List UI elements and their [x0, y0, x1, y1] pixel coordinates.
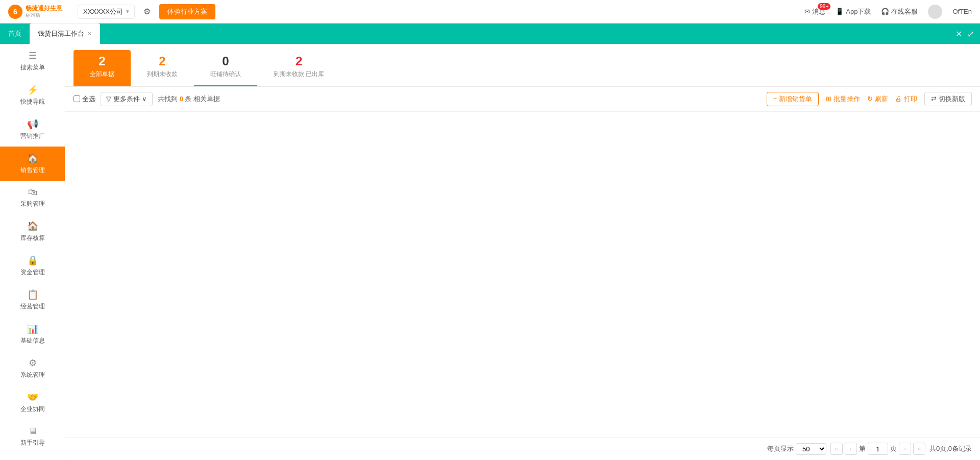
app-download-button[interactable]: 📱 App下载	[836, 7, 871, 16]
tab-cashflow-label: 钱货日清工作台	[38, 29, 84, 38]
tab-bar-actions: ✕ ⤢	[955, 29, 980, 39]
sidebar-item-marketing[interactable]: 📢 营销推广	[0, 112, 65, 147]
found-prefix: 共找到	[158, 95, 178, 103]
toolbar-right: + 新增销货单 ⊞ 批量操作 ↻ 刷新 🖨 打印 ⇄ 切换新版	[767, 92, 972, 106]
stat-card-all[interactable]: 2 全部单据	[74, 50, 131, 86]
last-page-button[interactable]: »	[913, 443, 925, 455]
tab-expand-icon[interactable]: ⤢	[967, 29, 974, 39]
stat-pending-number: 0	[222, 54, 229, 69]
stat-card-pending[interactable]: 0 旺铺待确认	[194, 50, 257, 86]
print-button[interactable]: 🖨 打印	[895, 94, 917, 104]
refresh-label: 刷新	[875, 94, 888, 104]
sidebar-quick-nav-label: 快捷导航	[20, 98, 45, 106]
logo-main-text: 畅捷通好生意	[26, 5, 62, 12]
related-label: 相关单据	[193, 95, 220, 103]
filter-icon: ▽	[106, 95, 111, 103]
stat-all-label: 全部单据	[90, 70, 114, 79]
sidebar-item-base-info[interactable]: 📊 基础信息	[0, 317, 65, 351]
switch-new-version-button[interactable]: ⇄ 切换新版	[924, 92, 972, 106]
select-all-checkbox[interactable]: 全选	[74, 94, 95, 104]
marketing-icon: 📢	[27, 118, 38, 130]
next-page-button[interactable]: ›	[899, 443, 911, 455]
select-all-input[interactable]	[74, 95, 80, 102]
sidebar-item-operations[interactable]: 📋 经营管理	[0, 283, 65, 317]
operations-icon: 📋	[27, 289, 38, 300]
inventory-icon: 🏠	[27, 221, 38, 232]
stat-card-overdue[interactable]: 2 到期未收款	[131, 50, 194, 86]
sidebar-base-info-label: 基础信息	[20, 336, 45, 345]
stat-pending-label: 旺铺待确认	[210, 70, 241, 79]
tab-close-window-icon[interactable]: ✕	[955, 29, 962, 39]
settings-icon[interactable]: ⚙	[139, 4, 155, 20]
sidebar-item-guide[interactable]: 🖥 新手引导	[0, 420, 65, 453]
sidebar-item-purchase[interactable]: 🛍 采购管理	[0, 181, 65, 214]
tab-cashflow[interactable]: 钱货日清工作台 ✕	[30, 23, 100, 44]
sidebar-item-quick-nav[interactable]: ⚡ 快捷导航	[0, 78, 65, 112]
logo-icon: 6	[8, 5, 22, 19]
per-page-select: 每页显示 50 100 200	[767, 443, 826, 455]
sidebar-item-search[interactable]: ☰ 搜索菜单	[0, 44, 65, 78]
sidebar: ☰ 搜索菜单 ⚡ 快捷导航 📢 营销推广 🏠 销售管理 🛍 采购管理 🏠 库存核…	[0, 44, 65, 460]
messages-button[interactable]: ✉ 消息 99+	[804, 7, 825, 16]
pagination-bar: 每页显示 50 100 200 « ‹ 第 页 › » 共0页,0条记录	[65, 437, 980, 460]
stats-row: 2 全部单据 2 到期未收款 0 旺铺待确认 2 到期未收款 已出库	[65, 44, 980, 87]
sidebar-item-enterprise[interactable]: 🤝 企业协同	[0, 385, 65, 420]
page-input[interactable]	[868, 443, 888, 455]
new-sales-order-button[interactable]: + 新增销货单	[767, 92, 819, 106]
sidebar-item-inventory[interactable]: 🏠 库存核算	[0, 214, 65, 249]
main-layout: ☰ 搜索菜单 ⚡ 快捷导航 📢 营销推广 🏠 销售管理 🛍 采购管理 🏠 库存核…	[0, 44, 980, 460]
online-service-button[interactable]: 🎧 在线客服	[881, 7, 918, 16]
sidebar-sales-label: 销售管理	[20, 166, 45, 175]
sidebar-purchase-label: 采购管理	[20, 200, 45, 208]
page-nav: « ‹ 第 页 › »	[830, 443, 925, 455]
sidebar-system-label: 系统管理	[20, 371, 45, 379]
top-bar: 6 畅捷通好生意 标准版 XXXXXX公司 ▾ ⚙ 体验行业方案 ✉ 消息 99…	[0, 0, 980, 23]
prev-page-button[interactable]: ‹	[845, 443, 857, 455]
sidebar-item-sales[interactable]: 🏠 销售管理	[0, 147, 65, 181]
user-name[interactable]: OfTEn	[952, 8, 972, 15]
tab-home[interactable]: 首页	[0, 23, 30, 44]
print-label: 打印	[904, 94, 917, 104]
messages-badge: 99+	[818, 3, 830, 10]
batch-operation-button[interactable]: ⊞ 批量操作	[826, 94, 860, 104]
total-records: 共0页,0条记录	[929, 444, 972, 453]
switch-label: 切换新版	[939, 94, 965, 104]
stat-card-shipped[interactable]: 2 到期未收款 已出库	[257, 50, 340, 86]
sidebar-marketing-label: 营销推广	[20, 132, 45, 140]
experience-button[interactable]: 体验行业方案	[159, 4, 215, 19]
tab-close-icon[interactable]: ✕	[87, 31, 92, 37]
toolbar: 全选 ▽ 更多条件 ∨ 共找到 0 条 相关单据 + 新增销货单 ⊞	[65, 87, 980, 112]
company-selector[interactable]: XXXXXX公司 ▾	[78, 5, 135, 19]
online-service-label: 在线客服	[891, 7, 918, 16]
purchase-icon: 🛍	[28, 187, 37, 198]
sidebar-item-finance[interactable]: 🔒 资金管理	[0, 249, 65, 283]
filter-button[interactable]: ▽ 更多条件 ∨	[101, 92, 153, 106]
enterprise-icon: 🤝	[27, 392, 38, 403]
refresh-button[interactable]: ↻ 刷新	[867, 94, 888, 104]
per-page-dropdown[interactable]: 50 100 200	[796, 443, 826, 455]
print-icon: 🖨	[895, 95, 902, 103]
stat-shipped-label: 到期未收款 已出库	[274, 70, 324, 79]
sidebar-finance-label: 资金管理	[20, 268, 45, 277]
stat-shipped-number: 2	[296, 54, 302, 69]
message-icon: ✉	[804, 8, 810, 15]
guide-icon: 🖥	[28, 426, 37, 437]
tab-home-label: 首页	[8, 29, 21, 38]
sidebar-guide-label: 新手引导	[20, 439, 45, 447]
avatar[interactable]	[928, 5, 942, 19]
filter-chevron-icon: ∨	[142, 95, 147, 103]
sidebar-item-system[interactable]: ⚙ 系统管理	[0, 351, 65, 385]
select-all-label: 全选	[82, 94, 95, 104]
tab-bar: 首页 钱货日清工作台 ✕ ✕ ⤢	[0, 23, 980, 44]
refresh-icon: ↻	[867, 95, 873, 103]
toolbar-left: 全选 ▽ 更多条件 ∨ 共找到 0 条 相关单据	[74, 92, 220, 106]
quick-nav-icon: ⚡	[27, 84, 38, 95]
sidebar-item-app-center[interactable]: 📦 应用中心	[0, 453, 65, 460]
page-prefix: 第	[859, 444, 866, 453]
first-page-button[interactable]: «	[830, 443, 843, 455]
download-icon: 📱	[836, 8, 844, 15]
sidebar-operations-label: 经营管理	[20, 302, 45, 311]
page-suffix: 页	[890, 444, 897, 453]
system-icon: ⚙	[29, 357, 37, 369]
sidebar-search-label: 搜索菜单	[20, 63, 45, 72]
